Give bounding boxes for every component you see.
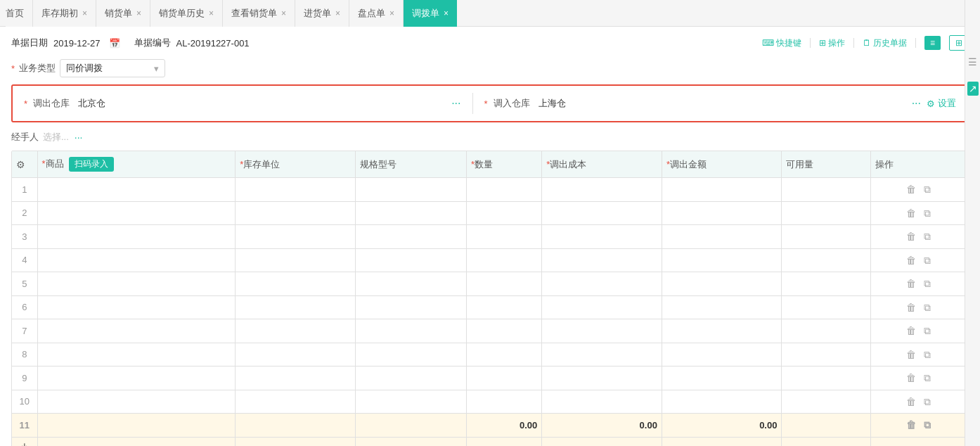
copy-icon-2[interactable]: ⧉	[920, 206, 934, 220]
sidebar-expand-icon[interactable]: ↗	[967, 82, 979, 96]
cell-action-3: 🗑 ⧉	[871, 225, 968, 249]
cell-action-7: 🗑 ⧉	[871, 319, 968, 343]
business-type-select[interactable]: 同价调拨 ▾	[60, 59, 165, 77]
delete-icon-6[interactable]: 🗑	[904, 300, 918, 314]
subtotal-label-row: 小计 0.00 0.00 0.00	[12, 437, 968, 446]
cell-product-6	[37, 295, 236, 319]
toolbar-divider-2	[853, 38, 854, 48]
delete-icon-11[interactable]: 🗑	[904, 418, 918, 432]
cell-unit-5	[236, 272, 356, 296]
operator-more-btn[interactable]: ···	[75, 132, 83, 143]
cell-spec-3	[355, 225, 466, 249]
cell-product-1	[37, 178, 236, 202]
tab-purchase[interactable]: 进货单 ×	[295, 0, 349, 27]
shortcut-btn[interactable]: ⌨ 快捷键	[762, 37, 801, 49]
warehouse-out-more-btn[interactable]: ···	[451, 97, 460, 110]
table-row: 9 🗑 ⧉	[12, 367, 968, 390]
copy-icon-4[interactable]: ⧉	[920, 253, 934, 267]
cell-qty-1	[467, 178, 542, 202]
table-row: 6 🗑 ⧉	[12, 295, 968, 319]
row-num-11: 11	[12, 414, 37, 438]
gear-icon[interactable]: ⚙	[16, 159, 25, 170]
warehouse-out-required: *	[24, 98, 27, 109]
col-spec: 规格型号	[355, 151, 466, 178]
tab-stocktake[interactable]: 盘点单 ×	[349, 0, 404, 27]
cell-unit-7	[236, 319, 356, 343]
cell-amount-2	[662, 201, 782, 225]
subtotal-amount: 0.00	[662, 437, 782, 446]
form-header-right: ⌨ 快捷键 ⊞ 操作 🗒 历史单据 ≡ ⊞	[762, 35, 969, 51]
col-unit: *库存单位	[236, 151, 356, 178]
warehouse-out-label: 调出仓库	[33, 97, 70, 110]
copy-icon-6[interactable]: ⧉	[920, 300, 934, 314]
copy-icon-5[interactable]: ⧉	[920, 277, 934, 291]
close-tab-sales-order[interactable]: ×	[136, 8, 141, 18]
copy-icon-1[interactable]: ⧉	[920, 183, 934, 197]
close-tab-stocktake[interactable]: ×	[389, 8, 394, 18]
cell-amount-4	[662, 248, 782, 272]
row-num-2: 2	[12, 201, 37, 225]
cell-available-11	[782, 414, 871, 438]
shortcut-icon: ⌨	[762, 38, 774, 48]
settings-btn[interactable]: ⚙ 设置	[927, 97, 956, 110]
delete-icon-3[interactable]: 🗑	[904, 229, 918, 243]
copy-icon-11[interactable]: ⧉	[920, 419, 934, 433]
close-tab-sales-history[interactable]: ×	[209, 8, 214, 18]
tab-inventory-init[interactable]: 库存期初 ×	[33, 0, 96, 27]
col-amount: *调出金额	[662, 151, 782, 178]
row-num-3: 3	[12, 225, 37, 249]
tab-view-sales[interactable]: 查看销货单 ×	[223, 0, 295, 27]
operator-row: 经手人 选择... ···	[11, 131, 969, 144]
copy-icon-10[interactable]: ⧉	[920, 395, 934, 409]
history-icon: 🗒	[863, 38, 871, 48]
table-row: 11 0.00 0.00 0.00 🗑 ⧉	[12, 414, 968, 438]
operations-btn[interactable]: ⊞ 操作	[819, 37, 845, 49]
table-row: 3 🗑 ⧉	[12, 225, 968, 249]
delete-icon-9[interactable]: 🗑	[904, 371, 918, 385]
delete-icon-4[interactable]: 🗑	[904, 253, 918, 267]
cell-product-5	[37, 272, 236, 296]
col-qty: *数量	[467, 151, 542, 178]
table-row: 8 🗑 ⧉	[12, 343, 968, 367]
delete-icon-8[interactable]: 🗑	[904, 348, 918, 362]
business-type-required: *	[11, 63, 15, 74]
delete-icon-10[interactable]: 🗑	[904, 395, 918, 409]
delete-icon-2[interactable]: 🗑	[904, 206, 918, 220]
tab-sales-history[interactable]: 销货单历史 ×	[150, 0, 223, 27]
cell-product-7	[37, 319, 236, 343]
copy-icon-8[interactable]: ⧉	[920, 348, 934, 362]
right-sidebar: ☰ ↗	[965, 0, 980, 446]
cell-available-9	[782, 367, 871, 390]
cell-spec-5	[355, 272, 466, 296]
copy-icon-7[interactable]: ⧉	[920, 324, 934, 338]
delete-icon-5[interactable]: 🗑	[904, 276, 918, 291]
tab-transfer[interactable]: 调拨单 ×	[404, 0, 457, 27]
tab-sales-order[interactable]: 销货单 ×	[96, 0, 150, 27]
subtotal-label: 小计	[12, 437, 37, 446]
cell-spec-9	[355, 367, 466, 390]
toolbar-divider-3	[915, 38, 916, 48]
sidebar-list-icon[interactable]: ☰	[968, 56, 977, 68]
close-tab-transfer[interactable]: ×	[444, 8, 449, 18]
delete-icon-1[interactable]: 🗑	[904, 182, 918, 196]
layout-btn-1[interactable]: ≡	[924, 36, 941, 50]
cell-qty-4	[467, 248, 542, 272]
cell-qty-8	[467, 343, 542, 367]
scan-barcode-btn[interactable]: 扫码录入	[69, 157, 114, 172]
tab-home[interactable]: 首页	[6, 0, 33, 27]
calendar-icon[interactable]: 📅	[109, 38, 120, 49]
close-tab-view-sales[interactable]: ×	[281, 8, 286, 18]
business-type-label: 业务类型	[19, 62, 56, 75]
close-tab-inventory-init[interactable]: ×	[82, 8, 87, 18]
copy-icon-9[interactable]: ⧉	[920, 371, 934, 386]
close-tab-purchase[interactable]: ×	[335, 8, 340, 18]
business-type-value: 同价调拨	[66, 62, 150, 75]
cell-action-5: 🗑 ⧉	[871, 272, 968, 296]
operator-input[interactable]: 选择... ···	[43, 131, 83, 144]
cell-spec-6	[355, 295, 466, 319]
copy-icon-3[interactable]: ⧉	[920, 230, 934, 244]
warehouse-in-more-btn[interactable]: ···	[912, 97, 921, 110]
history-btn[interactable]: 🗒 历史单据	[863, 37, 907, 49]
cell-unit-1	[236, 178, 356, 202]
delete-icon-7[interactable]: 🗑	[904, 324, 918, 338]
